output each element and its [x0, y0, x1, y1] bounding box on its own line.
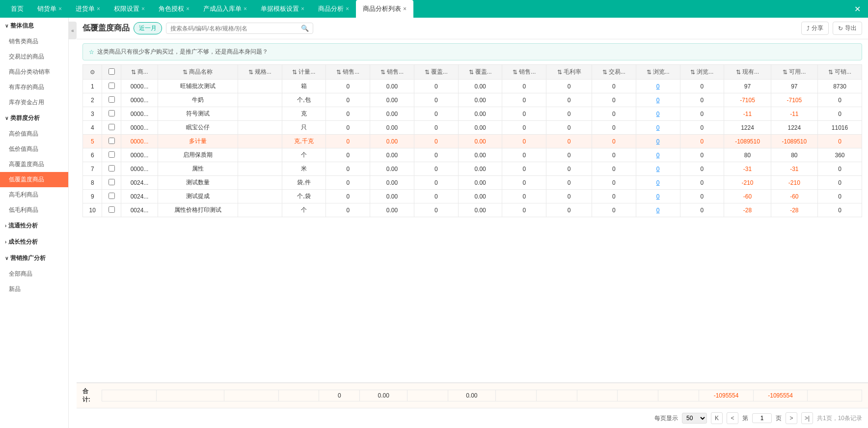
col-sort-browse1[interactable]: ⇅ 浏览... [647, 68, 670, 76]
cell-checkbox[interactable] [102, 190, 121, 203]
browse-link[interactable]: 0 [656, 152, 660, 159]
col-sort-current[interactable]: ⇅ 现有... [736, 68, 759, 76]
cell-browse1[interactable]: 0 [636, 121, 680, 135]
cell-checkbox[interactable] [102, 107, 121, 121]
col-sort-gross_rate[interactable]: ⇅ 毛利率 [557, 68, 581, 76]
current-page-input[interactable] [752, 413, 772, 423]
cell-browse1[interactable]: 0 [636, 135, 680, 148]
last-page-btn[interactable]: >| [801, 412, 813, 424]
cell-checkbox[interactable] [102, 93, 121, 107]
sidebar-item-高覆盖度商品[interactable]: 高覆盖度商品 [0, 157, 68, 172]
cell-checkbox[interactable] [102, 162, 121, 176]
row-checkbox[interactable] [108, 206, 115, 213]
browse-link[interactable]: 0 [656, 193, 660, 200]
col-header-checkbox[interactable] [102, 65, 121, 80]
nav-close-icon[interactable]: × [97, 5, 100, 12]
cell-browse1[interactable]: 0 [636, 93, 680, 107]
cell-browse1[interactable]: 0 [636, 203, 680, 217]
sidebar-section-成长性分析[interactable]: ›成长性分析 [0, 234, 68, 250]
nav-close-icon[interactable]: × [58, 5, 62, 12]
browse-link[interactable]: 0 [656, 207, 660, 214]
nav-close-icon[interactable]: × [301, 5, 304, 12]
col-sort-sales3[interactable]: ⇅ 销售... [513, 68, 536, 76]
sidebar-item-商品分类动销率[interactable]: 商品分类动销率 [0, 64, 68, 80]
row-checkbox[interactable] [108, 124, 115, 130]
search-input[interactable] [170, 25, 301, 32]
sidebar-item-新品[interactable]: 新品 [0, 282, 68, 297]
cell-browse1[interactable]: 0 [636, 190, 680, 203]
browse-link[interactable]: 0 [656, 166, 660, 172]
nav-item-角色授权[interactable]: 角色授权 × [152, 0, 196, 18]
nav-close-icon[interactable]: × [141, 5, 145, 12]
sidebar-item-低价值商品[interactable]: 低价值商品 [0, 142, 68, 157]
nav-close-icon[interactable]: × [403, 5, 407, 12]
nav-item-销货单[interactable]: 销货单 × [30, 0, 69, 18]
col-sort-trans[interactable]: ⇅ 交易... [602, 68, 625, 76]
nav-item-单据模板设置[interactable]: 单据模板设置 × [254, 0, 311, 18]
nav-item-产成品入库单[interactable]: 产成品入库单 × [196, 0, 254, 18]
sidebar-item-全部商品[interactable]: 全部商品 [0, 266, 68, 282]
sidebar-section-营销推广分析[interactable]: ∨营销推广分析 [0, 250, 68, 266]
settings-icon[interactable]: ⚙ [90, 69, 95, 76]
cell-checkbox[interactable] [102, 121, 121, 135]
export-btn[interactable]: ↻ 导出 [833, 22, 862, 35]
nav-item-首页[interactable]: 首页 [4, 0, 30, 18]
cell-checkbox[interactable] [102, 80, 121, 93]
cell-browse1[interactable]: 0 [636, 162, 680, 176]
nav-item-权限设置[interactable]: 权限设置 × [107, 0, 152, 18]
select-all-checkbox[interactable] [108, 68, 115, 75]
col-sort-coverage1[interactable]: ⇅ 覆盖... [425, 68, 448, 76]
row-checkbox[interactable] [108, 83, 115, 89]
col-sort-coverage2[interactable]: ⇅ 覆盖... [469, 68, 492, 76]
window-close-btn[interactable]: ✕ [850, 2, 864, 16]
row-checkbox[interactable] [108, 193, 115, 199]
cell-browse1[interactable]: 0 [636, 148, 680, 162]
row-checkbox[interactable] [108, 110, 115, 116]
col-header-settings[interactable]: ⚙ [83, 65, 102, 80]
row-checkbox[interactable] [108, 151, 115, 158]
cell-checkbox[interactable] [102, 148, 121, 162]
cell-browse1[interactable]: 0 [636, 107, 680, 121]
next-page-btn[interactable]: > [786, 412, 797, 424]
browse-link[interactable]: 0 [656, 124, 660, 131]
sidebar-item-低毛利商品[interactable]: 低毛利商品 [0, 202, 68, 218]
nav-item-商品分析列表[interactable]: 商品分析列表 × [356, 0, 413, 18]
sidebar-item-库存资金占用[interactable]: 库存资金占用 [0, 95, 68, 110]
cell-checkbox[interactable] [102, 176, 121, 190]
cell-checkbox[interactable] [102, 203, 121, 217]
nav-item-商品分析[interactable]: 商品分析 × [311, 0, 356, 18]
col-sort-code[interactable]: ⇅ 商... [131, 68, 148, 76]
first-page-btn[interactable]: K [711, 412, 723, 424]
sidebar-item-低覆盖度商品[interactable]: 低覆盖度商品 [0, 172, 68, 187]
browse-link[interactable]: 0 [656, 83, 660, 90]
browse-link[interactable]: 0 [656, 111, 660, 117]
sidebar-item-高毛利商品[interactable]: 高毛利商品 [0, 187, 68, 202]
row-checkbox[interactable] [108, 138, 115, 144]
nav-close-icon[interactable]: × [186, 5, 190, 12]
row-checkbox[interactable] [108, 165, 115, 171]
cell-browse1[interactable]: 0 [636, 176, 680, 190]
col-sort-browse2[interactable]: ⇅ 浏览... [690, 68, 713, 76]
sidebar-item-有库存的商品[interactable]: 有库存的商品 [0, 80, 68, 95]
cell-checkbox[interactable] [102, 135, 121, 148]
filter-month-btn[interactable]: 近一月 [134, 22, 162, 34]
col-sort-sales_amt[interactable]: ⇅ 销售... [380, 68, 404, 76]
per-page-select[interactable]: 50 20 100 [682, 413, 707, 424]
col-sort-sales_qty[interactable]: ⇅ 销售... [336, 68, 359, 76]
col-sort-unit[interactable]: ⇅ 计量... [292, 68, 315, 76]
sidebar-collapse-btn[interactable]: « [69, 22, 77, 39]
sidebar-item-高价值商品[interactable]: 高价值商品 [0, 126, 68, 142]
nav-close-icon[interactable]: × [346, 5, 349, 12]
col-sort-spec[interactable]: ⇅ 规格... [248, 68, 271, 76]
prev-page-btn[interactable]: < [727, 412, 738, 424]
sidebar-section-整体信息[interactable]: ∨整体信息 [0, 18, 68, 34]
row-checkbox[interactable] [108, 179, 115, 185]
row-checkbox[interactable] [108, 96, 115, 103]
cell-browse1[interactable]: 0 [636, 80, 680, 93]
sidebar-section-流通性分析[interactable]: ›流通性分析 [0, 218, 68, 234]
col-sort-saleable[interactable]: ⇅ 可销... [828, 68, 851, 76]
nav-item-进货单[interactable]: 进货单 × [69, 0, 107, 18]
share-btn[interactable]: ⤴ 分享 [801, 22, 829, 35]
browse-link[interactable]: 0 [656, 138, 660, 145]
col-sort-name[interactable]: ⇅ 商品名称 [183, 68, 213, 76]
